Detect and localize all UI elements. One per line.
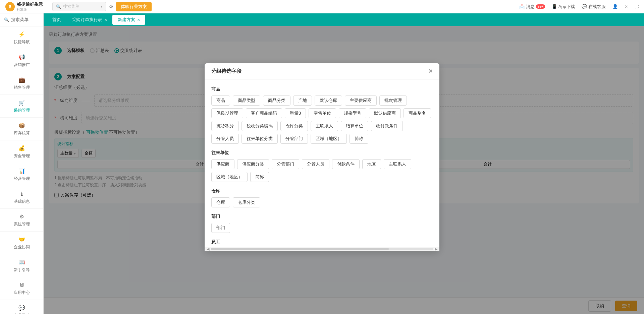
- operations-icon: 📊: [18, 167, 25, 175]
- notification-label: 消息: [526, 4, 535, 10]
- modal-body: 商品 商品 商品类型 商品分类 产地 默认仓库 主要供应商 批次管理 保质期管理…: [205, 79, 439, 247]
- tab-purchase-execution[interactable]: 采购订单执行表 ✕: [66, 15, 112, 25]
- system-icon: ⚙: [18, 213, 25, 220]
- tab-new-plan-label: 新建方案: [118, 17, 135, 23]
- hscroll-bar[interactable]: [211, 248, 433, 250]
- tag-supplier-cat[interactable]: 供应商分类: [237, 159, 269, 169]
- sidebar-item-wechat[interactable]: 💬 企业微信: [0, 300, 43, 314]
- online-service-btn[interactable]: 💬 在线客服: [582, 4, 606, 10]
- tag-batch-mgmt[interactable]: 批次管理: [379, 96, 407, 106]
- field-select-modal: 分组待选字段 ✕ 商品 商品 商品类型 商品分类 产地 默认仓库 主要供应商 批…: [205, 63, 439, 251]
- tag-weight3[interactable]: 重量3: [285, 108, 306, 118]
- tag-pick-points[interactable]: 拣货积分: [211, 121, 239, 131]
- partner-tags: 供应商 供应商分类 分管部门 分管人员 付款条件 地区 主联系人 区域（地区） …: [211, 159, 433, 182]
- tag-goods-type[interactable]: 商品类型: [233, 96, 260, 106]
- logo-icon: 6: [5, 2, 15, 11]
- tag-main-contact2[interactable]: 主联系人: [384, 159, 411, 169]
- close-tab-purchase-icon[interactable]: ✕: [104, 18, 107, 22]
- tag-goods[interactable]: 商品: [211, 96, 230, 106]
- modal-hscroll[interactable]: ◀ ▶: [205, 247, 439, 251]
- user-avatar[interactable]: 👤: [612, 4, 618, 9]
- tag-settlement-unit[interactable]: 结算单位: [341, 121, 368, 131]
- search-menu-bar[interactable]: 🔍 搜索菜单 ▾: [52, 2, 106, 11]
- tag-area-region[interactable]: 区域（地区）: [311, 134, 347, 144]
- search-label: 搜索菜单: [11, 17, 29, 23]
- section-dept-title: 部门: [211, 213, 433, 219]
- sidebar-item-label: 快捷导航: [14, 39, 30, 45]
- tag-dept-branch[interactable]: 分管部门: [280, 134, 308, 144]
- tab-home[interactable]: 首页: [47, 15, 66, 25]
- tag-dept[interactable]: 部门: [211, 223, 230, 233]
- dropdown-icon: ▾: [101, 5, 102, 8]
- tag-manager[interactable]: 分管人员: [211, 134, 239, 144]
- sidebar-item-finance[interactable]: 💰 资金管理: [0, 140, 43, 163]
- tag-warehouse-cat[interactable]: 仓库分类: [280, 121, 308, 131]
- sidebar-search[interactable]: 🔍 搜索菜单: [0, 13, 43, 26]
- tag-default-supplier[interactable]: 默认供应商: [369, 108, 401, 118]
- tag-area2[interactable]: 区域（地区）: [211, 172, 248, 182]
- sidebar-item-label: 企业协同: [14, 244, 30, 250]
- notification-btn[interactable]: 📩 消息 99+: [519, 4, 545, 10]
- tag-payment-terms[interactable]: 收付款条件: [371, 121, 403, 131]
- close-tab-new-plan-icon[interactable]: ✕: [137, 18, 140, 22]
- section-warehouse: 仓库 仓库 仓库分类: [211, 188, 433, 207]
- top-right: 📩 消息 99+ 📱 App下载 💬 在线客服 👤 ✕ ⛶: [519, 4, 639, 10]
- tag-retail-unit[interactable]: 零售单位: [309, 108, 336, 118]
- app-download-btn[interactable]: 📱 App下载: [552, 4, 575, 10]
- sidebar-item-label: 系统管理: [14, 222, 30, 227]
- online-service-icon: 💬: [582, 4, 587, 9]
- tag-payment-cond[interactable]: 付款条件: [332, 159, 360, 169]
- tag-main-contact[interactable]: 主联系人: [311, 121, 338, 131]
- experience-btn[interactable]: 体验行业方案: [116, 2, 152, 11]
- section-staff-title: 员工: [211, 239, 433, 245]
- tag-branch-staff[interactable]: 分管人员: [302, 159, 329, 169]
- tag-abbr[interactable]: 简称: [350, 134, 368, 144]
- tag-partner-cat[interactable]: 往来单位分类: [241, 134, 278, 144]
- tag-region[interactable]: 地区: [362, 159, 381, 169]
- dept-tags: 部门: [211, 223, 433, 233]
- close-window-btn[interactable]: ✕: [625, 4, 628, 9]
- tag-goods-alias[interactable]: 商品别名: [404, 108, 431, 118]
- tag-goods-category[interactable]: 商品分类: [263, 96, 290, 106]
- sales-icon: 💼: [18, 76, 25, 83]
- section-warehouse-title: 仓库: [211, 188, 433, 194]
- sidebar-item-label: 经营管理: [14, 176, 30, 182]
- tag-default-warehouse[interactable]: 默认仓库: [315, 96, 342, 106]
- sidebar-item-operations[interactable]: 📊 经营管理: [0, 163, 43, 186]
- logo-sub: 标准版: [17, 7, 43, 12]
- tag-supplier[interactable]: 供应商: [211, 159, 234, 169]
- tag-spec-model[interactable]: 规格型号: [339, 108, 366, 118]
- app-download-label: App下载: [558, 4, 575, 10]
- modal-close-btn[interactable]: ✕: [428, 68, 433, 74]
- tag-tax-code[interactable]: 税收分类编码: [241, 121, 278, 131]
- finance-icon: 💰: [18, 144, 25, 152]
- tag-main-supplier[interactable]: 主要供应商: [345, 96, 377, 106]
- sidebar-item-basic-info[interactable]: ℹ 基础信息: [0, 186, 43, 209]
- tag-customer-code[interactable]: 客户商品编码: [246, 108, 282, 118]
- marketing-icon: 📢: [18, 53, 25, 61]
- sidebar-item-collab[interactable]: 🤝 企业协同: [0, 232, 43, 254]
- tag-warehouse-cat2[interactable]: 仓库分类: [233, 197, 260, 207]
- sidebar-item-label: 企业微信: [14, 313, 30, 314]
- tab-new-plan[interactable]: 新建方案 ✕: [112, 15, 145, 25]
- sidebar-item-shortcuts[interactable]: ⚡ 快捷导航: [0, 26, 43, 49]
- settings-icon[interactable]: ⚙: [109, 3, 113, 10]
- sidebar-item-label: 库存核算: [14, 130, 30, 136]
- section-goods-title: 商品: [211, 86, 433, 92]
- expand-window-btn[interactable]: ⛶: [635, 4, 639, 9]
- sidebar-item-purchase[interactable]: 🛒 采购管理: [0, 95, 43, 118]
- tag-abbr2[interactable]: 简称: [250, 172, 269, 182]
- sidebar-item-sales[interactable]: 💼 销售管理: [0, 72, 43, 95]
- tag-warehouse[interactable]: 仓库: [211, 197, 230, 207]
- sidebar-item-marketing[interactable]: 📢 营销推广: [0, 49, 43, 72]
- tag-branch-dept[interactable]: 分管部门: [272, 159, 299, 169]
- section-staff: 员工 业务员: [211, 239, 433, 247]
- sidebar-item-inventory[interactable]: 📦 库存核算: [0, 118, 43, 140]
- sidebar-item-guide[interactable]: 📖 新手引导: [0, 254, 43, 277]
- sidebar-item-system[interactable]: ⚙ 系统管理: [0, 209, 43, 232]
- modal-header: 分组待选字段 ✕: [205, 63, 439, 79]
- tag-origin[interactable]: 产地: [293, 96, 312, 106]
- sidebar-item-app-center[interactable]: 🖥 应用中心: [0, 277, 43, 300]
- notification-icon: 📩: [519, 4, 525, 9]
- tag-shelf-life[interactable]: 保质期管理: [211, 108, 243, 118]
